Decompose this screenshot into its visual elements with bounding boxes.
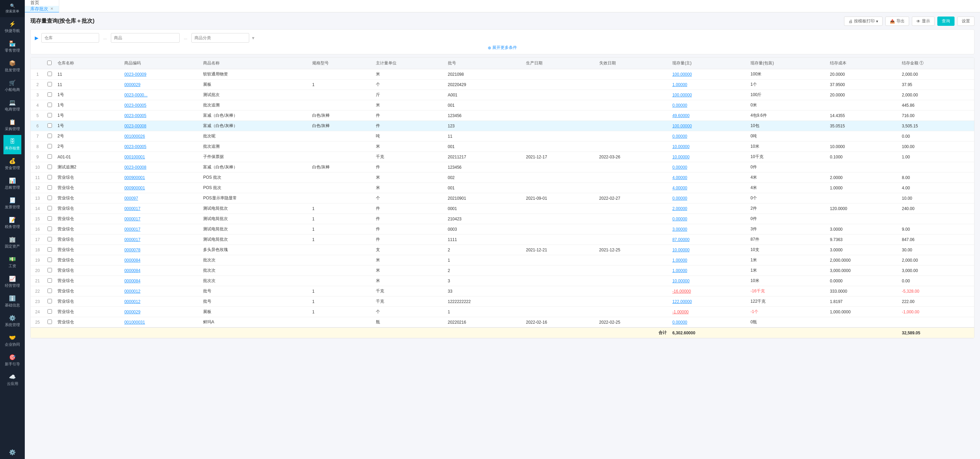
row-checkbox-18[interactable] xyxy=(48,258,52,262)
row-checkbox-24[interactable] xyxy=(48,320,52,324)
row-checkbox-15[interactable] xyxy=(48,226,52,231)
qty-link-3[interactable]: 0.00000 xyxy=(672,103,687,108)
goods-code-link-23[interactable]: 0000029 xyxy=(124,309,140,314)
row-checkbox-6[interactable] xyxy=(48,134,52,138)
goods-code-link-0[interactable]: 0023-00009 xyxy=(124,72,146,77)
sidebar-item-purchase[interactable]: 📋采购管理 xyxy=(3,115,21,135)
goods-code-link-13[interactable]: 0000017 xyxy=(124,206,140,211)
qty-link-7[interactable]: 10.00000 xyxy=(672,144,689,149)
qty-link-5[interactable]: 100.00000 xyxy=(672,124,692,128)
row-checkbox-16[interactable] xyxy=(48,237,52,241)
qty-link-22[interactable]: 122.00000 xyxy=(672,299,692,304)
sidebar-item-retail[interactable]: 🏪零售管理 xyxy=(3,37,21,56)
expand-arrow[interactable]: ▶ xyxy=(35,35,38,41)
sidebar-item-general[interactable]: 📊总账管理 xyxy=(3,174,21,193)
qty-link-21[interactable]: -16.00000 xyxy=(672,289,691,294)
sidebar-item-small-ecommerce[interactable]: 🛒小船电商 xyxy=(3,76,21,96)
qty-link-24[interactable]: 0.00000 xyxy=(672,320,687,325)
sidebar-item-enterprise[interactable]: 🤝企业协同 xyxy=(3,331,21,351)
export-button[interactable]: 📤 导出 xyxy=(885,16,909,26)
sidebar-item-quick-nav[interactable]: ⚡快捷导航 xyxy=(3,17,21,37)
goods-code-link-16[interactable]: 0000017 xyxy=(124,237,140,242)
row-checkbox-13[interactable] xyxy=(48,206,52,210)
qty-link-23[interactable]: -1.00000 xyxy=(672,309,689,314)
qty-link-17[interactable]: 10.00000 xyxy=(672,247,689,252)
qty-link-16[interactable]: 87.00000 xyxy=(672,237,689,242)
row-checkbox-17[interactable] xyxy=(48,247,52,252)
qty-link-2[interactable]: 100.00000 xyxy=(672,92,692,97)
sidebar-item-invoice[interactable]: 🧾发票管理 xyxy=(3,193,21,213)
goods-code-link-11[interactable]: 000900001 xyxy=(124,186,145,190)
sidebar-search[interactable]: 🔍 搜索菜单 xyxy=(0,0,25,17)
row-checkbox-9[interactable] xyxy=(48,164,52,169)
qty-link-10[interactable]: 4.00000 xyxy=(672,175,687,180)
row-checkbox-7[interactable] xyxy=(48,144,52,148)
tab-0[interactable]: 首页 xyxy=(25,0,59,6)
select-all-checkbox[interactable] xyxy=(47,61,52,65)
sidebar-item-inventory[interactable]: 🗄库存核查 xyxy=(3,135,21,154)
sidebar-item-fixed-assets[interactable]: 🏢固定资产 xyxy=(3,233,21,252)
row-checkbox-8[interactable] xyxy=(48,154,52,159)
sidebar-item-system[interactable]: ⚙️系统管理 xyxy=(3,311,21,331)
goods-code-link-14[interactable]: 0000017 xyxy=(124,217,140,222)
qty-link-0[interactable]: 100.00000 xyxy=(672,72,692,77)
goods-code-link-3[interactable]: 0023-00005 xyxy=(124,103,146,108)
row-checkbox-2[interactable] xyxy=(48,92,52,97)
settings-button[interactable]: 设置 xyxy=(957,16,975,26)
qty-link-8[interactable]: 10.00000 xyxy=(672,155,689,159)
row-checkbox-10[interactable] xyxy=(48,175,52,179)
row-checkbox-0[interactable] xyxy=(48,72,52,76)
qty-link-12[interactable]: 0.00000 xyxy=(672,196,687,201)
goods-code-link-5[interactable]: 0023-00008 xyxy=(124,124,146,128)
sidebar-item-ops[interactable]: 📈经营管理 xyxy=(3,272,21,292)
row-checkbox-21[interactable] xyxy=(48,288,52,293)
sidebar-item-wholesale[interactable]: 📦批发管理 xyxy=(3,56,21,76)
row-checkbox-14[interactable] xyxy=(48,216,52,221)
qty-link-14[interactable]: 0.00000 xyxy=(672,217,687,222)
expand-button[interactable]: ⊕ 展开更多条件 xyxy=(488,45,517,51)
qty-link-18[interactable]: 1.00000 xyxy=(672,258,687,263)
row-checkbox-3[interactable] xyxy=(48,103,52,107)
row-checkbox-22[interactable] xyxy=(48,299,52,303)
sidebar-item-payroll[interactable]: 💵工资 xyxy=(3,252,21,272)
goods-code-link-17[interactable]: 0000078 xyxy=(124,247,140,252)
goods-code-link-15[interactable]: 0000017 xyxy=(124,227,140,232)
sidebar-item-new-guide[interactable]: 🎯新手引导 xyxy=(3,351,21,370)
sidebar-item-cloud[interactable]: ☁️云应用 xyxy=(3,370,21,390)
goods-code-link-1[interactable]: 0000029 xyxy=(124,82,140,87)
qty-link-6[interactable]: 0.00000 xyxy=(672,134,687,139)
goods-input[interactable] xyxy=(111,33,180,43)
search-button[interactable]: 查询 xyxy=(937,16,955,26)
goods-code-link-10[interactable]: 000900001 xyxy=(124,175,145,180)
category-input[interactable] xyxy=(191,33,249,43)
sidebar-item-tax[interactable]: 📝税务管理 xyxy=(3,213,21,233)
row-checkbox-1[interactable] xyxy=(48,82,52,86)
row-checkbox-12[interactable] xyxy=(48,196,52,200)
goods-code-link-20[interactable]: 0000084 xyxy=(124,279,140,284)
row-checkbox-19[interactable] xyxy=(48,268,52,273)
goods-code-link-7[interactable]: 0023-00005 xyxy=(124,144,146,149)
goods-code-link-6[interactable]: 001000026 xyxy=(124,134,145,139)
row-checkbox-11[interactable] xyxy=(48,185,52,190)
sidebar-item-basic[interactable]: ℹ️基础信息 xyxy=(3,292,21,311)
warehouse-input[interactable] xyxy=(41,33,99,43)
qty-link-11[interactable]: 4.00000 xyxy=(672,186,687,190)
sidebar-item-ecommerce[interactable]: 💻电商管理 xyxy=(3,96,21,115)
goods-code-link-22[interactable]: 0000012 xyxy=(124,299,140,304)
sidebar-settings-icon[interactable]: ⚙️ xyxy=(0,446,25,459)
goods-code-link-2[interactable]: 0023-0000... xyxy=(124,92,147,97)
qty-link-1[interactable]: 1.00000 xyxy=(672,82,687,87)
goods-code-link-12[interactable]: 000097 xyxy=(124,196,138,201)
print-button[interactable]: 🖨 按模板打印 ▾ xyxy=(844,16,883,26)
qty-link-4[interactable]: 49.60000 xyxy=(672,113,689,118)
tab-close-1[interactable]: ✕ xyxy=(50,6,53,11)
qty-link-13[interactable]: 2.00000 xyxy=(672,206,687,211)
goods-code-link-21[interactable]: 0000012 xyxy=(124,289,140,294)
goods-code-link-9[interactable]: 0023-00008 xyxy=(124,165,146,170)
row-checkbox-23[interactable] xyxy=(48,309,52,314)
sidebar-item-finance[interactable]: 💰资金管理 xyxy=(3,154,21,174)
goods-code-link-18[interactable]: 0000084 xyxy=(124,258,140,263)
qty-link-15[interactable]: 3.00000 xyxy=(672,227,687,232)
tab-1[interactable]: 库存批次✕ xyxy=(25,6,59,13)
row-checkbox-5[interactable] xyxy=(48,123,52,128)
